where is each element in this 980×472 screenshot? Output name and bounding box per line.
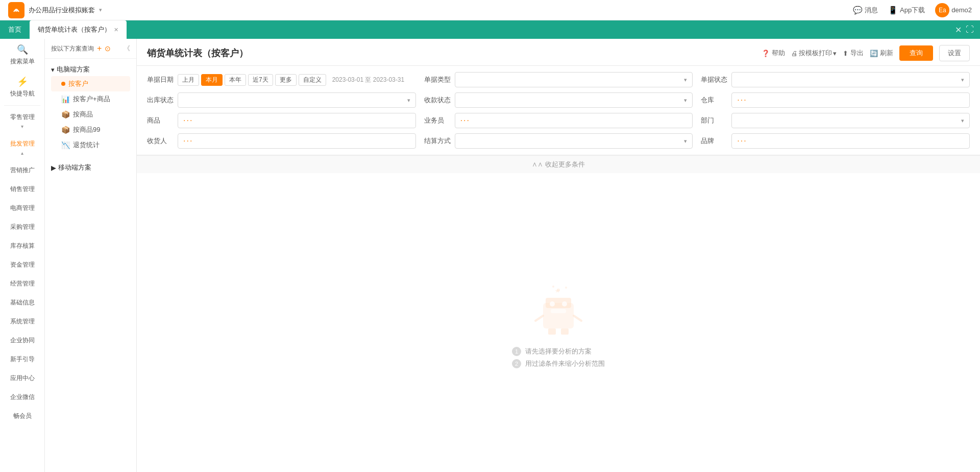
search-icon: 🔍 [17,44,28,55]
dept-select[interactable]: ▾ [731,113,970,128]
doctype-select[interactable]: ▾ [455,72,693,87]
svg-rect-10 [561,328,569,335]
query-button[interactable]: 查询 [899,45,933,61]
svg-point-12 [565,287,567,289]
desktop-group-title[interactable]: ▾ 电脑端方案 [51,63,130,76]
warehouse-select[interactable]: ··· [731,92,970,108]
empty-tip-2: 2 用过滤条件来缩小分析范围 [512,359,605,368]
export-btn[interactable]: ⬆ 导出 [843,49,864,58]
outstatus-label: 出库状态 [147,96,178,105]
date-btn-last-month[interactable]: 上月 [178,74,199,86]
goods-dots: ··· [183,116,193,125]
refresh-scheme-btn[interactable]: ⊙ [105,44,111,53]
filter-cell-collection: 收款状态 ▾ [424,92,693,108]
empty-tips: 1 请先选择要分析的方案 2 用过滤条件来缩小分析范围 [512,347,605,368]
sidebar-item-basic-info[interactable]: 基础信息 [0,293,44,312]
sidebar-item-member[interactable]: 畅会员 [0,407,44,426]
sidebar-item-appcenter[interactable]: 应用中心 [0,369,44,388]
scheme-group-mobile: ▶ 移动端方案 [45,157,136,178]
user-area[interactable]: Ea demo2 [935,3,972,17]
collapse-more-btn[interactable]: ∧∧ 收起更多条件 [137,155,980,173]
nav-icon: ⚡ [17,76,28,87]
collapse-panel-btn[interactable]: 《 [124,44,130,53]
refresh-btn[interactable]: 🔄 刷新 [870,49,893,58]
empty-tip-1: 1 请先选择要分析的方案 [512,347,605,356]
top-header: 办公用品行业模拟账套 ▾ 💬 消息 📱 App下载 Ea demo2 [0,0,980,20]
help-icon: ❓ [762,50,770,57]
sidebar-item-quicknav[interactable]: ⚡ 快捷导航 [0,71,44,103]
mobile-group-title[interactable]: ▶ 移动端方案 [51,161,130,174]
sidebar-item-finance[interactable]: 资金管理 [0,255,44,274]
goods-select[interactable]: ··· [178,113,416,128]
close-window-icon[interactable]: ✕ [955,25,962,35]
tab-home[interactable]: 首页 [0,20,30,39]
salesperson-label: 业务员 [424,116,455,125]
brand-dots: ··· [737,136,747,146]
scheme-item-by-customer[interactable]: 按客户 [51,76,130,91]
filter-cell-docstatus: 单据状态 ▾ [701,72,970,87]
outstatus-select[interactable]: ▾ [178,92,416,108]
app-dropdown-icon[interactable]: ▾ [99,7,102,13]
date-btn-7days[interactable]: 近7天 [248,74,273,86]
filter-cell-salesperson: 业务员 ··· [424,113,693,128]
date-btn-this-month[interactable]: 本月 [201,74,223,86]
scheme-item-goods-99[interactable]: 📦 按商品99 [51,122,130,137]
sidebar-item-sales[interactable]: 销售管理 [0,180,44,199]
print-dropdown-icon: ▾ [833,50,837,57]
message-btn[interactable]: 💬 消息 [853,6,878,15]
user-avatar: Ea [935,3,949,17]
export-icon: ⬆ [843,50,848,57]
scheme-item-return[interactable]: 📉 退货统计 [51,137,130,153]
dept-label: 部门 [701,116,731,125]
add-scheme-btn[interactable]: + [97,44,102,53]
receiver-label: 收货人 [147,136,178,146]
tab-close-icon[interactable]: ✕ [114,27,118,33]
app-download-btn[interactable]: 📱 App下载 [888,6,925,15]
collection-label: 收款状态 [424,96,455,105]
receiver-select[interactable]: ··· [178,133,416,149]
tip-num-1: 1 [512,347,521,356]
tab-sales-stats[interactable]: 销货单统计表（按客户） ✕ [30,20,127,39]
scheme-item-by-goods[interactable]: 📦 按商品 [51,107,130,122]
date-btn-more[interactable]: 更多 [275,74,297,86]
dept-dropdown-icon: ▾ [961,117,964,124]
svg-point-1 [15,9,18,12]
sidebar-item-wholesale[interactable]: 批发管理 ▴ [0,134,44,161]
sidebar-item-cooperation[interactable]: 企业协同 [0,331,44,350]
sidebar-divider [4,105,40,106]
filter-cell-warehouse: 仓库 ··· [701,92,970,108]
docstatus-select[interactable]: ▾ [731,72,970,87]
print-btn[interactable]: 🖨 按模板打印 ▾ [791,49,837,58]
sidebar-item-operations[interactable]: 经营管理 [0,274,44,293]
filter-cell-outstatus: 出库状态 ▾ [147,92,416,108]
payment-select[interactable]: ▾ [455,133,693,149]
sidebar-item-newguide[interactable]: 新手引导 [0,350,44,369]
brand-select[interactable]: ··· [731,133,970,149]
filter-cell-brand: 品牌 ··· [701,133,970,149]
date-btn-custom[interactable]: 自定义 [299,74,326,86]
svg-point-5 [562,301,567,306]
collection-select[interactable]: ▾ [455,92,693,108]
sidebar-item-marketing[interactable]: 营销推广 [0,161,44,180]
sidebar-item-wechat[interactable]: 企业微信 [0,388,44,407]
tab-maximize-area: ✕ ⛶ [955,25,980,35]
logo-area: 办公用品行业模拟账套 ▾ [8,2,102,18]
sidebar-item-search[interactable]: 🔍 搜索菜单 [0,39,44,71]
docstatus-label: 单据状态 [701,75,731,84]
filter-row-2: 出库状态 ▾ 收款状态 ▾ 仓库 ··· [147,92,970,108]
sidebar-item-purchase[interactable]: 采购管理 [0,218,44,237]
sidebar-item-inventory[interactable]: 库存核算 [0,237,44,255]
page-header: 销货单统计表（按客户） ❓ 帮助 🖨 按模板打印 ▾ ⬆ 导出 🔄 刷新 [137,39,980,66]
sidebar-item-retail[interactable]: 零售管理 ▾ [0,108,44,134]
help-btn[interactable]: ❓ 帮助 [762,49,785,58]
sidebar-item-ecommerce[interactable]: 电商管理 [0,199,44,218]
settings-button[interactable]: 设置 [939,45,970,61]
collection-dropdown-icon: ▾ [684,97,687,104]
maximize-window-icon[interactable]: ⛶ [966,25,974,34]
scheme-item-customer-goods[interactable]: 📊 按客户+商品 [51,91,130,107]
doctype-dropdown-icon: ▾ [684,77,687,83]
date-btn-this-year[interactable]: 本年 [225,74,246,86]
salesperson-select[interactable]: ··· [455,113,693,128]
sidebar-item-system[interactable]: 系统管理 [0,312,44,331]
outstatus-dropdown-icon: ▾ [407,97,410,104]
